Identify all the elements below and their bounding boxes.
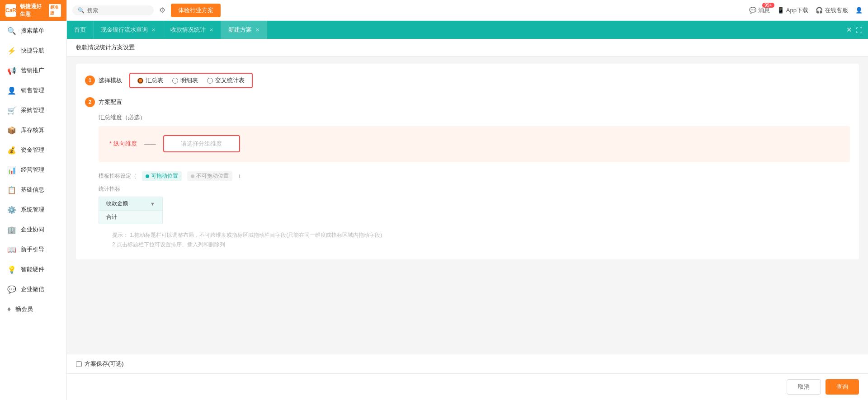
tab-close-all-icon[interactable]: ✕ bbox=[846, 26, 852, 34]
collab-icon: 🏢 bbox=[7, 226, 16, 234]
non-draggable-label: 不可拖动位置 bbox=[196, 172, 229, 180]
vertical-dim-label: * 纵向维度 bbox=[109, 140, 137, 148]
logo-icon: CaR bbox=[5, 4, 16, 17]
sidebar-item-marketing[interactable]: 📢 营销推广 bbox=[0, 61, 66, 80]
radio-summary[interactable] bbox=[137, 78, 143, 84]
wechat-icon: 💬 bbox=[7, 285, 16, 294]
tab-collection[interactable]: 收款情况统计 ✕ bbox=[163, 21, 221, 39]
tab-new-plan-label: 新建方案 bbox=[228, 26, 252, 34]
download-icon: 📱 bbox=[777, 7, 784, 14]
sidebar-item-nav[interactable]: ⚡ 快捷导航 bbox=[0, 41, 66, 61]
sidebar-item-sales[interactable]: 👤 销售管理 bbox=[0, 80, 66, 100]
search-icon: 🔍 bbox=[7, 27, 16, 35]
metrics-label-row: 模板指标设定（ 可拖动位置 不可拖动位置 ） bbox=[99, 171, 850, 181]
message-btn[interactable]: 💬 消息 99+ bbox=[749, 6, 770, 14]
tab-home[interactable]: 首页 bbox=[67, 21, 94, 39]
tab-new-plan[interactable]: 新建方案 ✕ bbox=[221, 21, 267, 39]
sidebar-logo: CaR 畅捷通好生意 标准版 bbox=[0, 0, 66, 21]
industry-btn[interactable]: 体验行业方案 bbox=[171, 4, 221, 17]
option-detail[interactable]: 明细表 bbox=[172, 76, 198, 85]
dimension-area: * 纵向维度 —— 请选择分组维度 bbox=[99, 126, 850, 162]
sidebar-label-purchase: 采购管理 bbox=[21, 106, 44, 114]
sidebar-item-search[interactable]: 🔍 搜索菜单 bbox=[0, 21, 66, 41]
option-detail-label: 明细表 bbox=[180, 76, 198, 85]
tips-section: 提示： 1.拖动标题栏可以调整布局，不可跨维度或指标区域拖动栏目字段(只能在同一… bbox=[112, 231, 850, 249]
settings-icon[interactable]: ⚙ bbox=[159, 6, 165, 14]
sidebar-item-basic[interactable]: 📋 基础信息 bbox=[0, 180, 66, 200]
tab-cash-flow-close[interactable]: ✕ bbox=[151, 27, 156, 33]
dim-arrow: —— bbox=[144, 141, 156, 147]
metrics-header[interactable]: 收款金额 ▼ bbox=[99, 197, 162, 210]
sidebar-item-guide[interactable]: 📖 新手引导 bbox=[0, 240, 66, 259]
tab-new-plan-close[interactable]: ✕ bbox=[255, 27, 259, 33]
tab-expand-icon[interactable]: ⛶ bbox=[856, 26, 863, 34]
option-cross[interactable]: 交叉统计表 bbox=[207, 76, 245, 85]
step1-badge: 1 bbox=[85, 75, 95, 85]
option-summary-label: 汇总表 bbox=[146, 76, 163, 85]
sidebar-item-purchase[interactable]: 🛒 采购管理 bbox=[0, 100, 66, 120]
draggable-dot bbox=[146, 174, 149, 178]
tab-collection-label: 收款情况统计 bbox=[170, 26, 206, 34]
app-download-btn[interactable]: 📱 App下载 bbox=[777, 6, 808, 14]
system-icon: ⚙️ bbox=[7, 206, 16, 214]
search-input[interactable] bbox=[87, 7, 142, 14]
content-header: 收款情况统计方案设置 bbox=[67, 39, 868, 56]
sidebar-item-inventory[interactable]: 📦 库存核算 bbox=[0, 120, 66, 140]
nav-icon: ⚡ bbox=[7, 47, 16, 55]
inventory-icon: 📦 bbox=[7, 126, 16, 135]
step2-section: 2 方案配置 汇总维度（必选） * 纵向维度 —— 请选择分组维度 bbox=[85, 97, 850, 249]
sidebar-label-search: 搜索菜单 bbox=[21, 27, 44, 35]
main-card: 1 选择模板 汇总表 明细表 交叉统计表 bbox=[76, 64, 859, 259]
operations-icon: 📊 bbox=[7, 166, 16, 174]
option-summary[interactable]: 汇总表 bbox=[137, 76, 163, 85]
save-checkbox-label[interactable]: 方案保存(可选) bbox=[76, 360, 124, 368]
radio-detail[interactable] bbox=[172, 78, 178, 84]
sidebar-label-basic: 基础信息 bbox=[21, 186, 44, 194]
online-service-label: 在线客服 bbox=[825, 6, 848, 14]
sidebar: CaR 畅捷通好生意 标准版 🔍 搜索菜单 ⚡ 快捷导航 📢 营销推广 👤 销售… bbox=[0, 0, 67, 400]
sidebar-item-hardware[interactable]: 💡 智能硬件 bbox=[0, 259, 66, 279]
metrics-table: 收款金额 ▼ 合计 bbox=[99, 197, 163, 224]
search-icon-top: 🔍 bbox=[78, 7, 85, 14]
step2-title-row: 2 方案配置 bbox=[85, 97, 850, 107]
bottom-section: 方案保存(可选) bbox=[67, 354, 868, 373]
step2-title: 方案配置 bbox=[99, 98, 122, 106]
sidebar-item-operations[interactable]: 📊 经营管理 bbox=[0, 160, 66, 180]
tab-collection-close[interactable]: ✕ bbox=[209, 27, 213, 33]
sidebar-item-finance[interactable]: 💰 资金管理 bbox=[0, 140, 66, 160]
content-body: 1 选择模板 汇总表 明细表 交叉统计表 bbox=[67, 56, 868, 354]
sidebar-item-system[interactable]: ⚙️ 系统管理 bbox=[0, 200, 66, 220]
sidebar-label-system: 系统管理 bbox=[21, 206, 44, 214]
search-box[interactable]: 🔍 bbox=[72, 5, 154, 15]
metrics-section: 模板指标设定（ 可拖动位置 不可拖动位置 ） 统计指标 bbox=[99, 171, 850, 249]
save-checkbox[interactable] bbox=[76, 361, 82, 367]
purchase-icon: 🛒 bbox=[7, 106, 16, 115]
query-button[interactable]: 查询 bbox=[826, 379, 859, 395]
tip2: 2.点击标题栏下拉可设置排序、插入列和删除列 bbox=[112, 241, 850, 249]
radio-cross[interactable] bbox=[207, 78, 213, 84]
draggable-badge: 可拖动位置 bbox=[142, 171, 182, 181]
non-draggable-badge: 不可拖动位置 bbox=[187, 171, 232, 181]
dim-row: * 纵向维度 —— 请选择分组维度 bbox=[109, 135, 839, 152]
dim-select-box[interactable]: 请选择分组维度 bbox=[163, 135, 240, 152]
cancel-button[interactable]: 取消 bbox=[787, 379, 821, 395]
sidebar-item-collab[interactable]: 🏢 企业协同 bbox=[0, 220, 66, 240]
sidebar-label-inventory: 库存核算 bbox=[21, 126, 44, 134]
sidebar-label-operations: 经营管理 bbox=[21, 166, 44, 174]
message-badge: 99+ bbox=[762, 3, 774, 8]
app-edition: 标准版 bbox=[49, 4, 61, 17]
sidebar-label-finance: 资金管理 bbox=[21, 146, 44, 154]
template-options: 汇总表 明细表 交叉统计表 bbox=[129, 73, 253, 88]
tab-cash-flow[interactable]: 现金银行流水查询 ✕ bbox=[94, 21, 163, 39]
sidebar-label-nav: 快捷导航 bbox=[21, 47, 44, 55]
sidebar-label-sales: 销售管理 bbox=[21, 86, 44, 94]
online-service-btn[interactable]: 🎧 在线客服 bbox=[816, 6, 848, 14]
basic-icon: 📋 bbox=[7, 186, 16, 194]
logo-text: CaR bbox=[5, 7, 16, 14]
sidebar-item-wechat[interactable]: 💬 企业微信 bbox=[0, 279, 66, 299]
member-icon: ♦ bbox=[7, 305, 11, 313]
sidebar-item-member[interactable]: ♦ 畅会员 bbox=[0, 299, 66, 319]
marketing-icon: 📢 bbox=[7, 66, 16, 75]
user-avatar[interactable]: 👤 bbox=[855, 7, 863, 14]
message-icon: 💬 bbox=[749, 7, 756, 14]
